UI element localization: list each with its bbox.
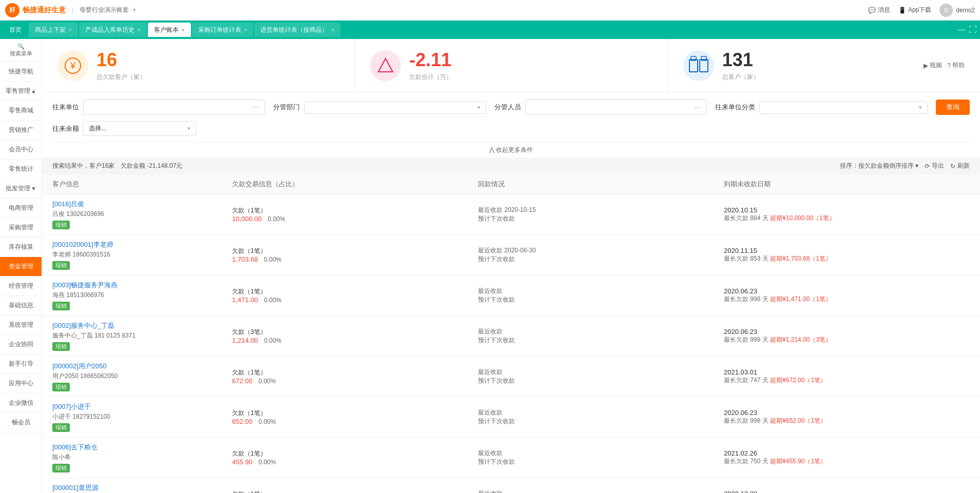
app-download-btn[interactable]: 📱 App下载 (898, 6, 931, 14)
customer-tag-0: 现销 (52, 221, 70, 229)
sidebar-quick-nav-label: 快捷导航 (9, 68, 33, 75)
customer-tag-4: 现销 (52, 383, 70, 391)
chevron-down-icon-2: ▼ (31, 186, 36, 191)
debt-amount-3: 1,214.00 (232, 337, 258, 344)
customer-name-4[interactable]: [000002]用户2050 (52, 362, 107, 370)
overdue-days-6: 最长欠款 750 天 超期¥455.90（1笔） (724, 457, 970, 466)
from-unit-input[interactable]: ··· (83, 100, 265, 115)
video-btn[interactable]: ▶ 视频 (924, 61, 942, 70)
sort-chevron[interactable]: ▾ (915, 162, 918, 169)
due-date-0: 2020.10.15 (724, 206, 970, 214)
tab-fullscreen-btn[interactable]: ⛶ (969, 25, 977, 34)
overdue-days-3: 最长欠款 998 天 超期¥1,214.00（3笔） (724, 336, 970, 344)
customer-name-2[interactable]: [0003]畅捷服务尹海燕 (52, 281, 118, 289)
debt-total-label: 欠款合计（万） (409, 73, 452, 82)
customer-name-1[interactable]: [0001020001]李老师 (52, 241, 113, 248)
sidebar-item-ecommerce[interactable]: 电商管理 (0, 199, 42, 218)
customer-tag-6: 现销 (52, 464, 70, 472)
sidebar-item-marketing[interactable]: 营销推广 (0, 121, 42, 140)
last-collection-0: 最近收款 2020-10-15 (478, 206, 724, 214)
overdue-amount-4[interactable]: 超期¥672.00（1笔） (770, 377, 827, 384)
overdue-amount-1[interactable]: 超期¥1,703.68（1笔） (770, 255, 832, 262)
sidebar-item-system[interactable]: 系统管理 (0, 315, 42, 335)
sidebar-item-operation[interactable]: 经营管理 (0, 277, 42, 296)
dept-select[interactable]: ▾ (304, 101, 486, 114)
export-btn[interactable]: ⟳ 导出 (925, 162, 944, 170)
customer-name-7[interactable]: [000001]黄思源 (52, 484, 99, 491)
debt-count-3: 欠款（3笔） (232, 328, 478, 337)
help-btn[interactable]: ? 帮助 (947, 61, 965, 70)
sidebar-item-retail-mall[interactable]: 零售商城 (0, 101, 42, 121)
filter-collapse[interactable]: ⋀ 收起更多条件 (52, 142, 970, 157)
sidebar-item-inventory[interactable]: 库存核算 (0, 238, 42, 257)
overdue-amount-2[interactable]: 超期¥1,471.00（1笔） (770, 295, 832, 303)
sidebar-item-member-vip[interactable]: 畅会员 (0, 413, 42, 432)
sidebar-item-basic-info[interactable]: 基础信息 (0, 296, 42, 315)
tab-purchase-close[interactable]: × (244, 27, 247, 33)
tab-import[interactable]: 进货单统计表（按商品） × (254, 23, 340, 37)
sidebar-item-quick-nav[interactable]: 快捷导航 (0, 62, 42, 82)
sidebar-item-corp-wechat[interactable]: 企业微信 (0, 393, 42, 413)
tab-home[interactable]: 首页 (3, 23, 28, 37)
overdue-days-5: 最长欠款 998 天 超期¥652.00（1笔） (724, 417, 970, 425)
sidebar-item-retail-stats[interactable]: 零售统计 (0, 160, 42, 179)
stat-info-debt-customers: 16 总欠款客户（家） (97, 49, 146, 82)
tab-collapse-btn[interactable]: — (957, 25, 966, 34)
avatar: D (939, 4, 953, 17)
stat-info-debt-total: -2.11 欠款合计（万） (409, 49, 452, 82)
debt-total-value: -2.11 (409, 49, 452, 71)
overdue-amount-0[interactable]: 超期¥10,000.00（1笔） (770, 214, 835, 222)
td-customer-4: [000002]用户2050 用户2050 18665062050 现销 (52, 362, 232, 391)
search-icon: 🔍 (17, 43, 25, 49)
unit-type-select[interactable]: ▾ (759, 101, 928, 114)
overdue-amount-6[interactable]: 超期¥455.90（1笔） (770, 458, 827, 465)
logo-icon: 好 (5, 3, 20, 17)
last-collection-6: 最近收款 (478, 449, 724, 458)
sidebar-item-purchase[interactable]: 采购管理 (0, 218, 42, 238)
sidebar-item-app-center[interactable]: 应用中心 (0, 374, 42, 393)
tab-import-close[interactable]: × (331, 27, 334, 33)
sidebar-item-finance[interactable]: 资金管理 (0, 257, 42, 277)
th-debt: 欠款交易信息（占比） (232, 180, 478, 189)
from-unit-dots[interactable]: ··· (253, 103, 259, 112)
tab-goods[interactable]: 商品上下架 × (29, 23, 78, 37)
person-input[interactable]: ··· (525, 100, 707, 115)
sidebar-item-member[interactable]: 会员中心 (0, 140, 42, 160)
sidebar-item-corp-collab[interactable]: 企业协同 (0, 335, 42, 354)
debt-pct-6: 0.00% (258, 459, 276, 466)
sidebar-item-guide[interactable]: 新手引导 (0, 354, 42, 374)
tab-purchase[interactable]: 采购订单统计表 × (192, 23, 254, 37)
tab-products-close[interactable]: × (138, 27, 141, 33)
debt-amount-0: 10,000.00 (232, 215, 262, 223)
sidebar-item-batch-mgmt[interactable]: 批发管理 ▼ (0, 179, 42, 199)
customer-name-6[interactable]: [0006]去下粮仓 (52, 443, 98, 451)
tab-goods-close[interactable]: × (69, 27, 72, 33)
industry-chevron[interactable]: ▾ (133, 7, 136, 13)
overdue-days-1: 最长欠款 853 天 超期¥1,703.68（1笔） (724, 254, 970, 263)
remaining-select[interactable]: 选择... ▾ (83, 121, 196, 136)
sidebar-item-retail-mgmt[interactable]: 零售管理 ▲ (0, 82, 42, 101)
customer-name-0[interactable]: [0016]吕俊 (52, 200, 84, 208)
overdue-amount-5[interactable]: 超期¥652.00（1笔） (770, 417, 827, 424)
sidebar-retail-mgmt-label: 零售管理 (6, 87, 30, 95)
query-button[interactable]: 查询 (936, 100, 970, 115)
from-unit-text[interactable] (89, 104, 253, 111)
overdue-amount-3[interactable]: 超期¥1,214.00（3笔） (770, 336, 832, 343)
sidebar-search[interactable]: 🔍 搜索菜单 (0, 39, 42, 62)
customer-name-3[interactable]: [0002]服务中心_丁磊 (52, 322, 114, 329)
tab-customer[interactable]: 客户账本 × (148, 23, 191, 37)
industry-label: 母婴行业演示账套 (80, 6, 129, 14)
refresh-btn[interactable]: ↻ 刷新 (950, 162, 970, 170)
last-collection-2: 最近收款 (478, 287, 724, 295)
person-text[interactable] (531, 104, 695, 111)
user-menu[interactable]: D demo2 (939, 4, 975, 17)
help-label: 帮助 (952, 61, 965, 70)
debt-count-6: 欠款（1笔） (232, 449, 478, 458)
debt-pct-0: 0.00% (267, 215, 285, 223)
tab-products[interactable]: 产成品入库单历史 × (79, 23, 147, 37)
tab-customer-close[interactable]: × (182, 27, 185, 33)
customer-name-5[interactable]: [0007]小进千 (52, 403, 91, 410)
message-btn[interactable]: 💬 消息 (868, 6, 890, 14)
main-layout: 🔍 搜索菜单 快捷导航 零售管理 ▲ 零售商城 营销推广 会员中心 零售统计 (0, 39, 980, 493)
person-dots[interactable]: ··· (694, 103, 701, 112)
